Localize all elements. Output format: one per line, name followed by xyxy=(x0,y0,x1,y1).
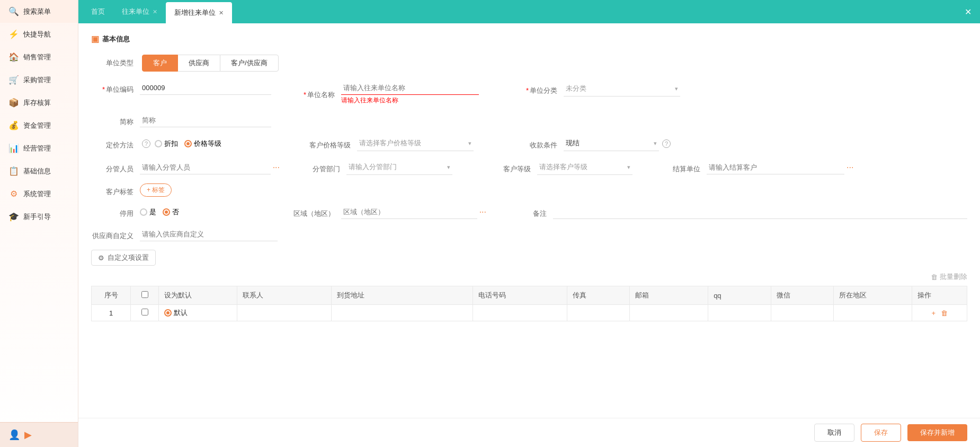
customer-price-field: 客户价格等级 请选择客户价格等级 ▾ xyxy=(303,136,504,151)
row-fax-input[interactable] xyxy=(573,309,624,317)
th-email: 邮箱 xyxy=(630,286,708,305)
sidebar-item-finance[interactable]: 💰 资金管理 xyxy=(0,114,78,137)
batch-delete-icon: 🗑 xyxy=(931,273,938,281)
custom-settings-icon: ⚙ xyxy=(98,254,104,262)
cancel-button[interactable]: 取消 xyxy=(814,424,854,442)
remark-field: 备注 xyxy=(504,205,967,219)
tab-home[interactable]: 首页 xyxy=(83,0,113,23)
unit-type-label: 单位类型 xyxy=(91,58,133,68)
save-button[interactable]: 保存 xyxy=(861,424,901,442)
unit-name-input[interactable] xyxy=(341,81,479,95)
save-new-button[interactable]: 保存并新增 xyxy=(907,424,967,441)
disabled-field: 停用 是 否 xyxy=(91,206,271,218)
unit-category-select[interactable]: 未分类 ▾ xyxy=(564,81,680,97)
region-input-wrap xyxy=(341,205,477,219)
row-checkbox[interactable] xyxy=(141,309,148,315)
customer-level-select[interactable]: 请选择客户等级 ▾ xyxy=(537,160,632,175)
supplier-custom-input[interactable] xyxy=(140,227,278,241)
supplier-custom-field: 供应商自定义 xyxy=(91,227,303,241)
disabled-yes-label: 是 xyxy=(149,207,156,217)
row-delete-btn[interactable]: 🗑 xyxy=(941,309,948,317)
manager-field: 分管人员 ··· xyxy=(91,161,282,174)
region-dots-btn[interactable]: ··· xyxy=(477,207,488,217)
pricing-radio-level-label: 价格等级 xyxy=(194,139,221,148)
sidebar-label-newguide: 新手引导 xyxy=(23,212,51,222)
tab-home-label: 首页 xyxy=(91,7,105,16)
tab-partner-label: 往来单位 xyxy=(122,7,149,16)
sidebar-item-inventory[interactable]: 📦 库存核算 xyxy=(0,91,78,114)
sidebar-item-newguide[interactable]: 🎓 新手引导 xyxy=(0,205,78,228)
region-label: 区域（地区） xyxy=(287,206,335,218)
row-region-input[interactable] xyxy=(839,309,906,317)
customer-price-select[interactable]: 请选择客户价格等级 ▾ xyxy=(357,136,474,151)
settlement-dots-btn[interactable]: ··· xyxy=(844,163,856,172)
customer-price-label: 客户价格等级 xyxy=(303,137,351,150)
row-wechat-cell xyxy=(771,305,833,321)
region-input[interactable] xyxy=(341,205,477,219)
inventory-icon: 📦 xyxy=(8,98,19,108)
th-default: 设为默认 xyxy=(159,286,237,305)
payment-select[interactable]: 现结 ▾ xyxy=(564,136,659,151)
custom-settings-button[interactable]: ⚙ 自定义项设置 xyxy=(91,250,156,266)
th-phone: 电话号码 xyxy=(473,286,567,305)
row-default-radio[interactable]: 默认 xyxy=(164,308,231,318)
tab-partner-close[interactable]: ✕ xyxy=(153,8,157,15)
pricing-radio-discount-label: 折扣 xyxy=(164,139,178,148)
finance-icon: 💰 xyxy=(8,120,19,130)
row-contact-input[interactable] xyxy=(243,309,326,317)
settlement-input-wrap xyxy=(707,161,844,174)
manager-input[interactable] xyxy=(140,161,271,174)
pricing-help-icon[interactable]: ? xyxy=(142,139,150,148)
type-btn-both[interactable]: 客户/供应商 xyxy=(220,55,279,72)
tabbar-close-btn[interactable]: ✕ xyxy=(960,7,976,17)
settlement-input[interactable] xyxy=(707,161,844,174)
th-qq: qq xyxy=(708,286,771,305)
form-row-5: 客户标签 + 标签 xyxy=(91,183,967,197)
payment-help-icon[interactable]: ? xyxy=(662,139,671,148)
sidebar-item-system[interactable]: ⚙ 系统管理 xyxy=(0,182,78,205)
sidebar-footer: 👤 ▶ xyxy=(0,422,78,447)
remark-input[interactable] xyxy=(553,205,967,219)
select-all-checkbox[interactable] xyxy=(141,291,148,298)
sidebar-item-operations[interactable]: 📊 经营管理 xyxy=(0,137,78,160)
customer-level-chevron: ▾ xyxy=(627,164,630,171)
tab-new-partner-close[interactable]: ✕ xyxy=(219,10,224,16)
row-phone-input[interactable] xyxy=(478,309,562,317)
sidebar-item-purchase[interactable]: 🛒 采购管理 xyxy=(0,68,78,91)
type-btn-customer[interactable]: 客户 xyxy=(142,55,178,72)
tab-new-partner[interactable]: 新增往来单位 ✕ xyxy=(166,2,232,23)
pricing-radio-discount[interactable]: 折扣 xyxy=(155,139,178,148)
disabled-radio-group: 是 否 xyxy=(140,207,179,217)
row-wechat-input[interactable] xyxy=(777,309,828,317)
form-row-4: 分管人员 ··· 分管部门 请输入分管部门 ▾ 客户等级 请选择客户等级 ▾ xyxy=(91,160,967,175)
pricing-radio-level[interactable]: 价格等级 xyxy=(184,139,221,148)
dept-select[interactable]: 请输入分管部门 ▾ xyxy=(346,160,452,175)
row-qq-input[interactable] xyxy=(714,309,765,317)
sidebar-item-quicknav[interactable]: ⚡ 快捷导航 xyxy=(0,23,78,46)
sidebar-item-search[interactable]: 🔍 搜索菜单 xyxy=(0,0,78,23)
disabled-radio-yes[interactable]: 是 xyxy=(140,207,156,217)
type-btn-supplier[interactable]: 供应商 xyxy=(178,55,220,72)
sidebar-item-basicinfo[interactable]: 📋 基础信息 xyxy=(0,160,78,182)
tab-partner[interactable]: 往来单位 ✕ xyxy=(113,0,166,23)
row-email-input[interactable] xyxy=(635,309,702,317)
unit-code-label: 单位编码 xyxy=(91,82,133,94)
batch-delete-row[interactable]: 🗑 批量删除 xyxy=(91,272,967,282)
newguide-icon: 🎓 xyxy=(8,212,19,222)
customer-price-placeholder: 请选择客户价格等级 xyxy=(359,138,468,148)
row-qq-cell xyxy=(708,305,771,321)
dept-chevron: ▾ xyxy=(447,164,450,171)
row-add-btn[interactable]: + xyxy=(932,309,936,317)
th-checkbox xyxy=(131,286,159,305)
add-tag-button[interactable]: + 标签 xyxy=(140,183,172,197)
alias-input[interactable] xyxy=(140,113,271,127)
unit-category-field: 单位分类 未分类 ▾ xyxy=(515,81,706,97)
row-address-input[interactable] xyxy=(337,309,467,317)
alias-input-wrap xyxy=(140,113,271,127)
customer-price-chevron: ▾ xyxy=(468,140,471,147)
manager-dots-btn[interactable]: ··· xyxy=(271,163,282,172)
unit-code-input[interactable] xyxy=(140,81,271,95)
disabled-radio-no[interactable]: 否 xyxy=(163,207,179,217)
sidebar-item-sales[interactable]: 🏠 销售管理 xyxy=(0,46,78,68)
row-default-cell: 默认 xyxy=(159,305,237,321)
